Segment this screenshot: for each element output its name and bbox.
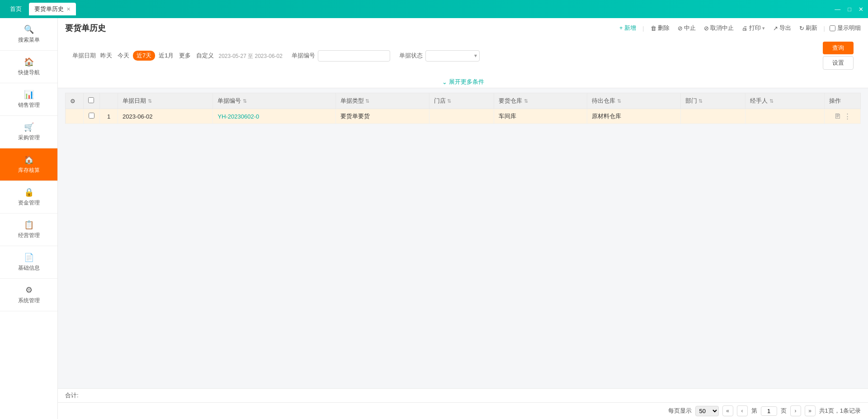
quick-nav-icon: 🏠 — [24, 57, 34, 67]
col-ops: 操作 — [825, 93, 861, 109]
content-area: 要货单历史 + 新增 | 🗑 删除 ⊘ 中止 ⊘ 取消中止 — [58, 18, 868, 419]
prev-page-button[interactable]: ‹ — [737, 405, 748, 416]
col-dept[interactable]: 部门 ⇅ — [680, 93, 745, 109]
doc-status-select[interactable] — [425, 50, 480, 62]
col-num — [100, 93, 118, 109]
toolbar: + 新增 | 🗑 删除 ⊘ 中止 ⊘ 取消中止 🖨 — [618, 23, 861, 33]
expand-more-icon: ⌄ — [442, 79, 447, 86]
sidebar-item-quick-nav[interactable]: 🏠 快捷导航 — [0, 51, 57, 83]
print-dropdown-icon[interactable]: ▾ — [762, 25, 765, 31]
sort-doc-no-icon[interactable]: ⇅ — [243, 98, 247, 104]
sidebar-item-sys-mgmt-label: 系统管理 — [18, 297, 40, 305]
tab-close-icon[interactable]: ✕ — [66, 6, 71, 12]
sidebar-item-purchase-mgmt-label: 采购管理 — [18, 134, 40, 142]
delete-button[interactable]: 🗑 删除 — [649, 23, 671, 33]
sidebar-item-purchase-mgmt[interactable]: 🛒 采购管理 — [0, 116, 57, 148]
sidebar-item-sys-mgmt[interactable]: ⚙ 系统管理 — [0, 279, 57, 311]
shortcut-custom[interactable]: 自定义 — [194, 51, 216, 61]
sort-pending-warehouse-icon[interactable]: ⇅ — [617, 98, 621, 104]
row-handler — [745, 109, 825, 124]
refresh-button[interactable]: ↻ 刷新 — [797, 23, 819, 33]
shortcut-7days[interactable]: 近7天 — [133, 51, 155, 61]
page-size-select[interactable]: 10 20 50 100 — [695, 406, 719, 416]
col-handler[interactable]: 经手人 ⇅ — [745, 93, 825, 109]
tab-home[interactable]: 首页 — [5, 3, 27, 15]
minimize-icon[interactable]: — — [835, 6, 840, 13]
shortcut-today[interactable]: 今天 — [116, 51, 131, 61]
col-pending-warehouse[interactable]: 待出仓库 ⇅ — [587, 93, 681, 109]
row-pending-warehouse: 原材料仓库 — [587, 109, 681, 124]
page-title-row: 要货单历史 + 新增 | 🗑 删除 ⊘ 中止 ⊘ 取消中止 — [65, 23, 861, 33]
sort-handler-icon[interactable]: ⇅ — [769, 98, 774, 104]
col-doc-date[interactable]: 单据日期 ⇅ — [118, 93, 213, 109]
cancel-stop-button[interactable]: ⊘ 取消中止 — [702, 23, 736, 33]
row-doc-type: 要货单要货 — [335, 109, 429, 124]
inventory-icon: 🏠 — [24, 155, 34, 165]
stop-button[interactable]: ⊘ 中止 — [676, 23, 698, 33]
col-store[interactable]: 门店 ⇅ — [429, 93, 494, 109]
table-area: ⚙ 单据日期 ⇅ 单据编号 ⇅ — [58, 88, 868, 388]
table-row: 1 2023-06-02 YH-20230602-0 要货单要货 车间库 原材料… — [66, 109, 861, 124]
sidebar-item-inventory[interactable]: 🏠 库存核算 — [0, 148, 57, 181]
doc-no-link[interactable]: YH-20230602-0 — [217, 113, 259, 120]
sort-store-icon[interactable]: ⇅ — [447, 98, 451, 104]
sidebar-item-ops-mgmt-label: 经营管理 — [18, 232, 40, 239]
row-checkbox[interactable] — [89, 113, 94, 119]
sidebar-item-ops-mgmt[interactable]: 📋 经营管理 — [0, 214, 57, 246]
filter-group-docno: 单据编号 — [292, 50, 390, 62]
export-button[interactable]: ↗ 导出 — [771, 23, 793, 33]
page-label-suf: 页 — [781, 407, 787, 415]
date-shortcuts: 昨天 今天 近7天 近1月 更多 自定义 — [99, 51, 216, 61]
sidebar-item-fund-mgmt[interactable]: 🔒 资金管理 — [0, 181, 57, 214]
row-dept — [680, 109, 745, 124]
sidebar-item-sales-mgmt[interactable]: 📊 销售管理 — [0, 83, 57, 116]
col-doc-no[interactable]: 单据编号 ⇅ — [213, 93, 335, 109]
tab-purchase-history[interactable]: 要货单历史 ✕ — [29, 3, 76, 15]
col-dept-label: 部门 — [685, 97, 697, 104]
sidebar-item-sales-mgmt-label: 销售管理 — [18, 101, 40, 109]
col-req-warehouse[interactable]: 要货仓库 ⇅ — [494, 93, 587, 109]
last-page-button[interactable]: » — [805, 405, 816, 416]
select-all-checkbox[interactable] — [88, 97, 94, 103]
tab-home-label: 首页 — [10, 5, 22, 13]
page-input[interactable] — [761, 406, 777, 416]
col-doc-type[interactable]: 单据类型 ⇅ — [335, 93, 429, 109]
expand-more-btn[interactable]: ⌄ 展开更多条件 — [442, 76, 484, 88]
sort-req-warehouse-icon[interactable]: ⇅ — [524, 98, 528, 104]
delete-icon: 🗑 — [651, 25, 656, 32]
sidebar-item-basic-info[interactable]: 📄 基础信息 — [0, 246, 57, 279]
main-layout: 🔍 搜索菜单 🏠 快捷导航 📊 销售管理 🛒 采购管理 🏠 库存核算 🔒 资金管… — [0, 18, 868, 419]
purchase-mgmt-icon: 🛒 — [24, 122, 34, 132]
maximize-icon[interactable]: □ — [848, 6, 851, 13]
basic-info-icon: 📄 — [24, 252, 34, 262]
sidebar-item-inventory-label: 库存核算 — [18, 167, 40, 174]
filter-group-date: 单据日期 昨天 今天 近7天 近1月 更多 自定义 2023-05-27 至 2… — [72, 51, 283, 61]
date-range-text: 2023-05-27 至 2023-06-02 — [218, 52, 282, 60]
sort-doc-type-icon[interactable]: ⇅ — [365, 98, 369, 104]
sidebar-item-quick-nav-label: 快捷导航 — [18, 69, 40, 76]
cancel-stop-icon: ⊘ — [704, 25, 709, 32]
show-detail-checkbox[interactable] — [830, 25, 835, 31]
close-window-icon[interactable]: ✕ — [859, 6, 863, 13]
row-store — [429, 109, 494, 124]
table-header-row: ⚙ 单据日期 ⇅ 单据编号 ⇅ — [66, 93, 861, 109]
sidebar-item-search-menu[interactable]: 🔍 搜索菜单 — [0, 18, 57, 51]
doc-no-input[interactable] — [318, 50, 390, 62]
sort-dept-icon[interactable]: ⇅ — [698, 98, 703, 104]
row-edit-icon[interactable]: 🖹 — [833, 112, 842, 120]
shortcut-more[interactable]: 更多 — [177, 51, 193, 61]
next-page-button[interactable]: › — [790, 405, 801, 416]
shortcut-1month[interactable]: 近1月 — [157, 51, 175, 61]
print-button[interactable]: 🖨 打印 ▾ — [740, 23, 767, 33]
doc-no-label: 单据编号 — [292, 52, 315, 60]
row-more-icon[interactable]: ⋮ — [843, 112, 852, 120]
sort-doc-date-icon[interactable]: ⇅ — [148, 98, 152, 104]
settings-button[interactable]: 设置 — [823, 56, 854, 70]
doc-date-label: 单据日期 — [72, 52, 96, 60]
new-button[interactable]: + 新增 — [618, 23, 638, 33]
first-page-button[interactable]: « — [722, 405, 733, 416]
query-button[interactable]: 查询 — [823, 42, 854, 54]
col-settings[interactable]: ⚙ — [66, 93, 84, 109]
show-detail-checkbox-wrap[interactable]: 显示明细 — [830, 24, 861, 32]
shortcut-yesterday[interactable]: 昨天 — [99, 51, 114, 61]
